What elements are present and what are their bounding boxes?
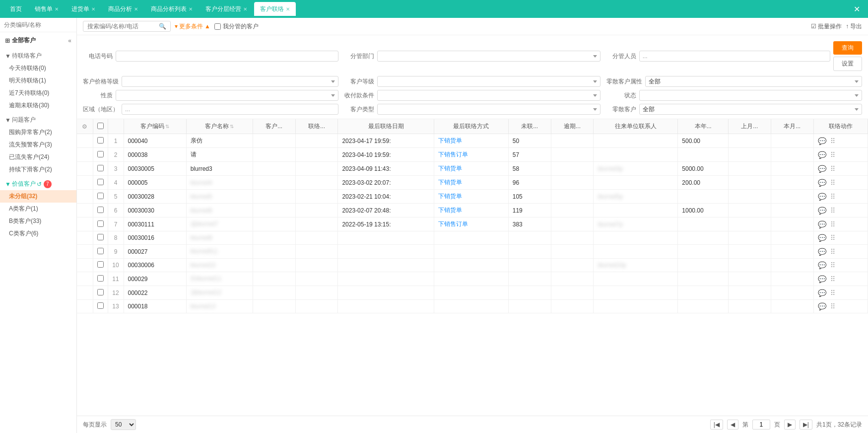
tab-customer-mgmt-close[interactable]: ✕ — [243, 6, 247, 12]
refresh-icon[interactable]: ↺ — [37, 181, 42, 188]
page-input[interactable] — [752, 420, 770, 430]
sidebar-search-input[interactable] — [4, 21, 77, 28]
more-icon[interactable]: ⠿ — [830, 165, 835, 173]
last-page-button[interactable]: ▶| — [800, 420, 812, 430]
more-icon[interactable]: ⠿ — [830, 289, 835, 297]
row-checkbox[interactable] — [93, 217, 108, 231]
more-icon[interactable]: ⠿ — [830, 248, 835, 256]
tab-sales[interactable]: 销售单 ✕ — [29, 2, 65, 16]
contact-icon[interactable]: 💬 — [818, 234, 826, 242]
phone-input[interactable] — [116, 51, 338, 62]
filter-my-customers[interactable]: 我分管的客户 — [214, 22, 259, 31]
export-button[interactable]: ↑ 导出 — [846, 22, 862, 31]
retail-attr-select[interactable]: 全部 — [645, 76, 862, 87]
sidebar-item-lost[interactable]: 已流失客户(24) — [0, 151, 76, 163]
dept-select[interactable] — [377, 51, 600, 62]
more-icon[interactable]: ⠿ — [830, 151, 835, 159]
contact-icon[interactable]: 💬 — [818, 248, 826, 256]
sidebar-item-typeB[interactable]: B类客户(33) — [0, 215, 76, 227]
contact-icon[interactable]: 💬 — [818, 220, 826, 228]
tab-sales-close[interactable]: ✕ — [55, 6, 59, 12]
contact-icon[interactable]: 💬 — [818, 289, 826, 297]
more-icon[interactable]: ⠿ — [830, 207, 835, 215]
tab-analysis-list-close[interactable]: ✕ — [189, 6, 193, 12]
contact-icon[interactable]: 💬 — [818, 165, 826, 173]
sidebar-all-customers[interactable]: ⊞ 全部客户 « — [0, 32, 76, 49]
more-icon[interactable]: ⠿ — [830, 261, 835, 269]
sidebar-group-problem-header[interactable]: ▼ 问题客户 — [0, 114, 76, 126]
row-checkbox[interactable] — [93, 148, 108, 162]
row-checkbox[interactable] — [93, 300, 108, 313]
row-checkbox[interactable] — [93, 162, 108, 176]
more-icon[interactable]: ⠿ — [830, 275, 835, 283]
sidebar-item-today[interactable]: 今天待联络(0) — [0, 62, 76, 74]
my-customers-checkbox[interactable] — [214, 23, 221, 30]
prev-page-button[interactable]: ◀ — [727, 420, 738, 430]
reset-button[interactable]: 设置 — [833, 57, 862, 71]
row-checkbox[interactable] — [93, 231, 108, 245]
sidebar-item-tomorrow[interactable]: 明天待联络(1) — [0, 74, 76, 87]
contact-icon[interactable]: 💬 — [818, 179, 826, 187]
batch-operation-button[interactable]: ☑ 批量操作 — [811, 22, 842, 31]
last-method-link[interactable]: 下销售订单 — [438, 220, 468, 227]
sidebar-collapse-icon[interactable]: « — [68, 37, 71, 44]
tab-customer-mgmt[interactable]: 客户分层经营 ✕ — [200, 2, 253, 16]
last-method-link[interactable]: 下销货单 — [438, 207, 462, 214]
row-checkbox[interactable] — [93, 204, 108, 217]
tab-home[interactable]: 首页 — [4, 2, 28, 16]
last-method-link[interactable]: 下销售订单 — [438, 151, 468, 158]
sidebar-item-typeC[interactable]: C类客户(6) — [0, 227, 76, 240]
more-icon[interactable]: ⠿ — [830, 220, 835, 228]
sidebar-group-value-header[interactable]: ▼ 价值客户 ↺ 7 — [0, 178, 76, 190]
customer-level-select[interactable] — [377, 76, 600, 87]
last-method-link[interactable]: 下销货单 — [438, 137, 462, 144]
row-checkbox[interactable] — [93, 286, 108, 300]
row-checkbox[interactable] — [93, 176, 108, 190]
first-page-button[interactable]: |◀ — [710, 420, 723, 430]
row-checkbox[interactable] — [93, 259, 108, 272]
contact-icon[interactable]: 💬 — [818, 151, 826, 159]
customer-type-select[interactable] — [377, 104, 600, 115]
contact-icon[interactable]: 💬 — [818, 302, 826, 310]
row-checkbox[interactable] — [93, 272, 108, 286]
tab-analysis[interactable]: 商品分析 ✕ — [102, 2, 144, 16]
contact-icon[interactable]: 💬 — [818, 275, 826, 283]
row-checkbox[interactable] — [93, 190, 108, 204]
payment-select[interactable] — [377, 90, 600, 101]
status-select[interactable] — [639, 90, 862, 101]
filter-search-icon[interactable]: 🔍 — [159, 23, 166, 30]
last-method-link[interactable]: 下销货单 — [438, 193, 462, 200]
contact-icon[interactable]: 💬 — [818, 193, 826, 201]
more-icon[interactable]: ⠿ — [830, 234, 835, 242]
row-checkbox[interactable] — [93, 245, 108, 259]
sidebar-item-overdue[interactable]: 逾期未联络(30) — [0, 99, 76, 112]
more-icon[interactable]: ⠿ — [830, 179, 835, 187]
filter-more-conditions[interactable]: ▾ 更多条件 ▲ — [175, 22, 210, 31]
tab-customer-contact[interactable]: 客户联络 ✕ — [254, 2, 296, 16]
select-all-checkbox[interactable] — [97, 123, 104, 129]
price-level-select[interactable] — [122, 76, 338, 87]
more-icon[interactable]: ⠿ — [830, 137, 835, 145]
nav-close-button[interactable]: ✕ — [850, 4, 864, 14]
contact-icon[interactable]: 💬 — [818, 207, 826, 215]
filter-search-input[interactable] — [87, 23, 157, 30]
row-checkbox[interactable] — [93, 134, 108, 148]
retail-select[interactable]: 全部 — [639, 104, 862, 115]
last-method-link[interactable]: 下销货单 — [438, 165, 462, 172]
more-icon[interactable]: ⠿ — [830, 193, 835, 201]
tab-analysis-close[interactable]: ✕ — [134, 6, 138, 12]
query-button[interactable]: 查询 — [833, 41, 862, 55]
sidebar-group-pending-header[interactable]: ▼ 待联络客户 — [0, 50, 76, 62]
tab-analysis-list[interactable]: 商品分析列表 ✕ — [145, 2, 199, 16]
tab-purchase-close[interactable]: ✕ — [91, 6, 95, 12]
next-page-button[interactable]: ▶ — [784, 420, 796, 430]
contact-icon[interactable]: 💬 — [818, 261, 826, 269]
sidebar-item-churn-warning[interactable]: 流失预警客户(3) — [0, 139, 76, 151]
per-page-select[interactable]: 50 100 200 — [111, 419, 136, 430]
sidebar-item-declining[interactable]: 持续下滑客户(2) — [0, 163, 76, 176]
contact-icon[interactable]: 💬 — [818, 137, 826, 145]
sidebar-item-ungroup[interactable]: 未分组(32) — [0, 190, 76, 203]
more-icon[interactable]: ⠿ — [830, 302, 835, 310]
sidebar-item-typeA[interactable]: A类客户(1) — [0, 203, 76, 215]
settings-icon[interactable]: ⚙ — [82, 123, 87, 130]
